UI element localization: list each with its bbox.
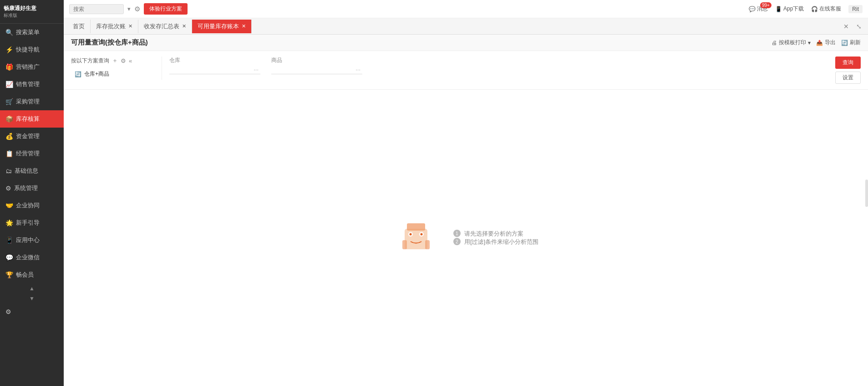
empty-tips: 1请先选择要分析的方案2用[过滤]条件来缩小分析范围 (453, 230, 538, 246)
search-icon: 🔍 (5, 29, 13, 36)
svg-point-6 (409, 233, 411, 236)
edit-scheme-icon[interactable]: ⚙ (121, 57, 126, 64)
sidebar-label-wechat: 企业微信 (16, 253, 40, 262)
tab-close-available[interactable]: ✕ (242, 23, 246, 29)
system-icon: ⚙ (5, 185, 11, 192)
finance-icon: 💰 (5, 133, 13, 140)
tab-close-summary[interactable]: ✕ (182, 23, 186, 29)
scheme-item-warehouse_product[interactable]: 🔄仓库+商品 (71, 68, 154, 80)
filter-scheme-panel: 按以下方案查询 ＋ ⚙ « 🔄仓库+商品 (71, 57, 162, 80)
sidebar-item-member[interactable]: 🏆畅会员 (0, 266, 64, 283)
tip-num-2: 2 (453, 238, 461, 245)
topbar-msg[interactable]: 💬 消息 99+ (749, 5, 768, 13)
tab-batch[interactable]: 库存批次账✕ (91, 20, 138, 33)
sidebar-header: 畅康通好生意 标准版 (0, 0, 64, 24)
export-label: 导出 (825, 39, 836, 46)
print-label: 按模板打印 (779, 39, 806, 46)
topbar-right: 💬 消息 99+ 📱 App下载 🎧 在线客服 Rit (749, 5, 863, 13)
tip-num-1: 1 (453, 230, 461, 237)
service-label: 在线客服 (819, 5, 841, 13)
topbar-dropdown-arrow[interactable]: ▾ (127, 5, 131, 12)
empty-tip-2: 2用[过滤]条件来缩小分析范围 (453, 238, 538, 246)
sidebar-label-newbie: 新手引导 (16, 219, 40, 227)
filter-scheme-title: 按以下方案查询 (71, 57, 109, 65)
tab-available[interactable]: 可用量库存账本✕ (192, 20, 252, 33)
sidebar-item-enterprise[interactable]: 🤝企业协同 (0, 197, 64, 214)
svg-rect-2 (402, 240, 407, 249)
product-field-label: 商品 (271, 57, 362, 64)
tab-window-expand-btn[interactable]: ⤡ (853, 22, 864, 31)
tab-window-close-btn[interactable]: ✕ (841, 22, 852, 31)
warehouse-field-input-row: ··· (169, 65, 260, 74)
sidebar-label-system: 系统管理 (14, 184, 38, 192)
tab-label-home: 首页 (73, 22, 85, 31)
headset-icon: 🎧 (811, 6, 818, 12)
topbar-gear-icon[interactable]: ⚙ (134, 5, 140, 13)
export-btn[interactable]: 📤 导出 (816, 39, 836, 46)
sidebar-item-operations[interactable]: 📋经营管理 (0, 145, 64, 162)
sidebar-scroll-down[interactable]: ▼ (0, 293, 64, 304)
sidebar-label-sales: 销售管理 (16, 80, 40, 88)
page-title: 可用量查询(按仓库+商品) (71, 38, 148, 47)
print-btn[interactable]: 🖨 按模板打印 ▾ (772, 39, 811, 46)
export-icon: 📤 (816, 40, 823, 46)
topbar-user[interactable]: Rit (848, 5, 863, 13)
topbar-search-input[interactable] (69, 4, 124, 14)
sidebar-item-search[interactable]: 🔍搜索菜单 (0, 24, 64, 41)
refresh-icon: 🔄 (841, 40, 848, 46)
product-dots-btn[interactable]: ··· (355, 66, 360, 73)
collapse-scheme-icon[interactable]: « (129, 57, 132, 64)
sidebar-item-settings[interactable]: ⚙ (0, 304, 64, 320)
sidebar-label-inventory: 库存核算 (16, 115, 40, 123)
sidebar-item-finance[interactable]: 💰资金管理 (0, 128, 64, 145)
topbar-app-download[interactable]: 📱 App下载 (775, 5, 804, 13)
warehouse-filter-field: 仓库 ··· (169, 57, 260, 74)
tabs-window-controls: ✕ ⤡ (841, 22, 864, 31)
query-button[interactable]: 查询 (835, 57, 861, 69)
empty-illustration (393, 215, 439, 261)
settings-icon: ⚙ (5, 308, 11, 315)
product-filter-field: 商品 ··· (271, 57, 362, 74)
industry-btn[interactable]: 体验行业方案 (144, 3, 188, 15)
sidebar-item-basic[interactable]: 🗂基础信息 (0, 162, 64, 180)
inventory-icon: 📦 (5, 115, 13, 123)
warehouse-field-label: 仓库 (169, 57, 260, 64)
tab-summary[interactable]: 收发存汇总表✕ (138, 20, 192, 33)
scheme-icon-warehouse_product: 🔄 (75, 71, 81, 77)
filter-settings-button[interactable]: 设置 (835, 72, 861, 84)
phone-icon: 📱 (775, 6, 782, 12)
sidebar-scroll-up[interactable]: ▲ (0, 283, 64, 293)
sidebar-item-marketing[interactable]: 🎁营销推广 (0, 58, 64, 76)
sidebar-item-sales[interactable]: 📈销售管理 (0, 76, 64, 93)
operations-icon: 📋 (5, 150, 13, 157)
empty-tip-1: 1请先选择要分析的方案 (453, 230, 538, 238)
sidebar-label-appcenter: 应用中心 (16, 236, 40, 244)
svg-rect-0 (405, 229, 427, 249)
tab-close-batch[interactable]: ✕ (128, 23, 132, 29)
sidebar-label-marketing: 营销推广 (16, 63, 40, 71)
topbar-online-service[interactable]: 🎧 在线客服 (811, 5, 841, 13)
warehouse-input[interactable] (171, 67, 252, 73)
sidebar-item-system[interactable]: ⚙系统管理 (0, 180, 64, 197)
tip-text-2: 用[过滤]条件来缩小分析范围 (464, 238, 538, 246)
sidebar-item-shortcut[interactable]: ⚡快捷导航 (0, 41, 64, 58)
scheme-label-warehouse_product: 仓库+商品 (84, 70, 109, 78)
purchase-icon: 🛒 (5, 98, 13, 105)
add-scheme-icon[interactable]: ＋ (112, 57, 118, 65)
sidebar-item-appcenter[interactable]: 📱应用中心 (0, 232, 64, 249)
sidebar-item-purchase[interactable]: 🛒采购管理 (0, 93, 64, 110)
sidebar-item-newbie[interactable]: 🌟新手引导 (0, 214, 64, 232)
sidebar-item-inventory[interactable]: 📦库存核算 (0, 110, 64, 128)
warehouse-dots-btn[interactable]: ··· (254, 66, 259, 73)
scrollbar-hint[interactable] (865, 180, 868, 207)
sales-icon: 📈 (5, 81, 13, 88)
enterprise-icon: 🤝 (5, 202, 13, 209)
basic-icon: 🗂 (5, 167, 12, 175)
appcenter-icon: 📱 (5, 237, 13, 244)
msg-icon: 💬 (749, 6, 756, 12)
refresh-btn[interactable]: 🔄 刷新 (841, 39, 861, 46)
tab-home[interactable]: 首页 (67, 20, 91, 33)
empty-state: 1请先选择要分析的方案2用[过滤]条件来缩小分析范围 (64, 90, 868, 386)
product-input[interactable] (273, 67, 354, 73)
sidebar-item-wechat[interactable]: 💬企业微信 (0, 249, 64, 266)
